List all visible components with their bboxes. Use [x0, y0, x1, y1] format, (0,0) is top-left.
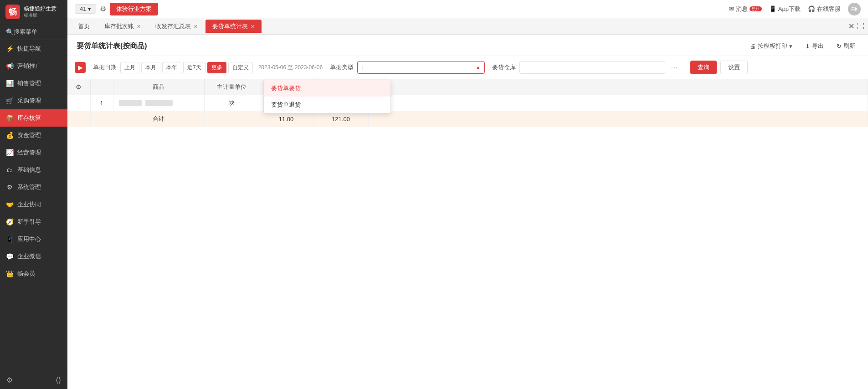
date-curr-btn[interactable]: 本月 — [141, 62, 160, 73]
quick-nav-icon: ⚡ — [5, 45, 14, 52]
total-extra — [368, 111, 868, 127]
date-label: 单据日期 — [93, 63, 117, 72]
sidebar-item-appstore[interactable]: 📱 应用中心 — [0, 230, 67, 248]
sidebar-item-wechat[interactable]: 💬 企业微信 — [0, 248, 67, 265]
message-badge: 99+ — [750, 6, 762, 11]
tabbar: 首页 库存批次账 ✕ 收发存汇总表 ✕ 要货单统计表 ✕ ✕ ⛶ — [67, 18, 868, 35]
filter-type-group: 单据类型 | ▲ — [330, 61, 485, 74]
tab-batch[interactable]: 库存批次账 ✕ — [98, 20, 148, 33]
sidebar-nav: ⚡ 快捷导航 📢 营销推广 📊 销售管理 🛒 采购管理 📦 库存核算 💰 资金管… — [0, 40, 67, 371]
query-button[interactable]: 查询 — [690, 61, 717, 74]
message-icon: ✉ — [729, 5, 734, 12]
logo-sub: 标准版 — [24, 12, 56, 19]
sidebar-item-enterprise[interactable]: 🤝 企业协同 — [0, 196, 67, 213]
sidebar-item-label: 营销推广 — [17, 62, 41, 70]
date-custom-btn[interactable]: 自定义 — [228, 62, 253, 73]
sidebar-search-label: 搜索菜单 — [14, 28, 37, 36]
td-no: 1 — [90, 95, 113, 111]
sidebar-item-label: 企业协同 — [17, 200, 41, 209]
tab-batch-label: 库存批次账 — [104, 22, 134, 31]
sidebar-item-label: 库存核算 — [17, 114, 41, 122]
refresh-btn[interactable]: ↻ 刷新 — [833, 40, 859, 52]
tab-home[interactable]: 首页 — [71, 20, 97, 33]
warehouse-input[interactable] — [519, 61, 665, 74]
td-product — [113, 95, 204, 111]
sidebar-item-sales[interactable]: 📊 销售管理 — [0, 75, 67, 92]
sidebar-item-finance[interactable]: 💰 资金管理 — [0, 127, 67, 144]
th-no — [90, 79, 113, 95]
tab-home-label: 首页 — [78, 22, 90, 31]
tab-order-stat[interactable]: 要货单统计表 ✕ — [205, 20, 262, 33]
sidebar-item-label: 企业微信 — [17, 252, 41, 261]
tab-order-stat-close[interactable]: ✕ — [251, 24, 255, 30]
logo-icon: 畅 — [5, 5, 20, 19]
tab-count-number: 41 — [80, 5, 86, 12]
print-btn[interactable]: 🖨 按模板打印 ▾ — [746, 40, 796, 52]
date-more-btn[interactable]: 更多 — [207, 62, 226, 73]
tabbar-right: ✕ ⛶ — [848, 22, 864, 31]
filter-area: ▶ 单据日期 上月 本月 本年 近7天 更多 自定义 2023-05-06 至 … — [67, 56, 868, 79]
system-icon: ⚙ — [5, 184, 14, 191]
total-empty-1 — [67, 111, 90, 127]
sidebar-item-marketing[interactable]: 📢 营销推广 — [0, 57, 67, 75]
tab-receive[interactable]: 收发存汇总表 ✕ — [149, 20, 205, 33]
date-year-btn[interactable]: 本年 — [162, 62, 181, 73]
tab-close-all-icon[interactable]: ✕ — [848, 22, 854, 31]
sidebar-item-quick-nav[interactable]: ⚡ 快捷导航 — [0, 40, 67, 57]
tab-expand-icon[interactable]: ⛶ — [857, 22, 864, 31]
sidebar-item-label: 应用中心 — [17, 235, 41, 243]
user-avatar[interactable]: Rit — [848, 3, 861, 15]
sidebar-collapse-icon[interactable]: ⟨⟩ — [56, 376, 61, 384]
sidebar-item-system[interactable]: ⚙ 系统管理 — [0, 179, 67, 196]
appstore-icon: 📱 — [5, 235, 14, 243]
filter-more-icon[interactable]: ··· — [669, 63, 679, 72]
date-week-btn[interactable]: 近7天 — [183, 62, 205, 73]
sidebar: 畅 畅捷通好生意 标准版 🔍 搜索菜单 ⚡ 快捷导航 📢 营销推广 📊 销售管理… — [0, 0, 67, 389]
sidebar-item-search[interactable]: 🔍 搜索菜单 — [0, 24, 67, 40]
dropdown-item-order-goods[interactable]: 要货单要货 — [264, 80, 390, 97]
refresh-icon: ↻ — [837, 43, 842, 50]
print-icon: 🖨 — [750, 43, 756, 50]
date-prev-btn[interactable]: 上月 — [120, 62, 139, 73]
setting-button[interactable]: 设置 — [720, 61, 748, 74]
basic-icon: 🗂 — [5, 166, 14, 174]
sidebar-item-label: 快捷导航 — [17, 45, 41, 53]
topbar-gear-icon[interactable]: ⚙ — [100, 5, 106, 13]
sidebar-item-basic[interactable]: 🗂 基础信息 — [0, 161, 67, 179]
type-select-chevron-up: ▲ — [475, 64, 481, 71]
sidebar-item-operations[interactable]: 📈 经营管理 — [0, 144, 67, 161]
tab-count-chevron: ▾ — [88, 5, 91, 12]
app-download-item[interactable]: 📱 App下载 — [769, 5, 801, 13]
sidebar-item-inventory[interactable]: 📦 库存核算 — [0, 109, 67, 127]
th-unit: 主计量单位 — [204, 79, 259, 95]
sidebar-item-guide[interactable]: 🧭 新手引导 — [0, 213, 67, 230]
tab-receive-close[interactable]: ✕ — [194, 24, 198, 30]
enterprise-icon: 🤝 — [5, 201, 14, 208]
th-product: 商品 — [113, 79, 204, 95]
tab-batch-close[interactable]: ✕ — [137, 24, 141, 30]
total-unit — [204, 111, 259, 127]
export-btn[interactable]: ⬇ 导出 — [801, 40, 827, 52]
th-gear[interactable]: ⚙ — [67, 79, 90, 95]
dropdown-item-order-return[interactable]: 要货单退货 — [264, 97, 390, 113]
topbar-right: ✉ 消息 99+ 📱 App下载 🎧 在线客服 Rit — [729, 3, 861, 15]
td-extra — [368, 95, 868, 111]
app-download-icon: 📱 — [769, 5, 776, 12]
sidebar-item-member[interactable]: 👑 畅会员 — [0, 265, 67, 282]
sidebar-settings-icon[interactable]: ⚙ — [6, 376, 13, 384]
date-range-display: 2023-05-06 至 2023-06-06 — [258, 64, 323, 72]
type-label: 单据类型 — [330, 63, 354, 72]
message-item[interactable]: ✉ 消息 99+ — [729, 5, 762, 13]
service-label: 在线客服 — [817, 5, 841, 13]
table-row: 1 块 11.00 121.00 — [67, 95, 868, 111]
wechat-icon: 💬 — [5, 253, 14, 260]
type-select[interactable]: | ▲ — [357, 61, 485, 74]
tab-count-display[interactable]: 41 ▾ — [75, 4, 96, 14]
sidebar-item-purchase[interactable]: 🛒 采购管理 — [0, 92, 67, 109]
filter-expand-button[interactable]: ▶ — [75, 62, 86, 73]
finance-icon: 💰 — [5, 132, 14, 139]
trial-button[interactable]: 体验行业方案 — [110, 3, 158, 15]
topbar: 41 ▾ ⚙ 体验行业方案 ✉ 消息 99+ 📱 App下载 🎧 在线客服 Ri… — [67, 0, 868, 18]
sidebar-item-label: 畅会员 — [17, 270, 35, 278]
service-item[interactable]: 🎧 在线客服 — [808, 5, 841, 13]
